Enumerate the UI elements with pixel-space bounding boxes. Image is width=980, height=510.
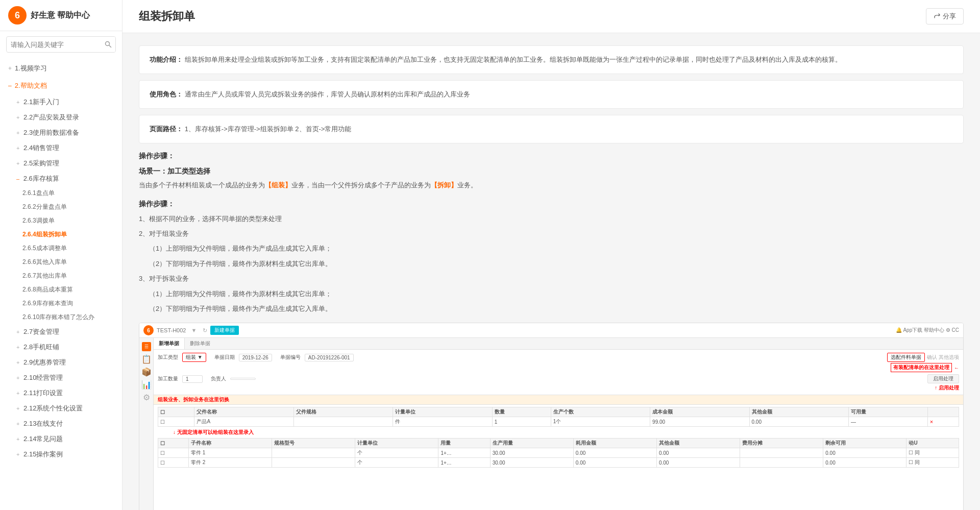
sidebar-item-212[interactable]: + 2.12系统个性化设置 bbox=[0, 401, 122, 416]
sidebar-item-267[interactable]: 2.6.7其他出库单 bbox=[0, 269, 122, 283]
app-lower-table: ☐ 子件名称 规格型号 计量单位 用量 生产用量 耗用金额 其他金额 费用分摊 bbox=[158, 438, 959, 508]
search-input[interactable] bbox=[7, 38, 101, 52]
plus-icon-211: + bbox=[16, 390, 19, 396]
sub-td-u-2: ☐ 同 bbox=[906, 458, 959, 468]
sidebar: 6 好生意 帮助中心 + 1.视频学习 – 2.帮助文档 + 2.1新手入门 +… bbox=[0, 0, 122, 510]
scenario1-desc: 当由多个子件材料组装成一个成品的业务为【组装】业务，当由一个父件拆分成多个子产品… bbox=[139, 179, 964, 191]
sidebar-item-video[interactable]: + 1.视频学习 bbox=[0, 60, 122, 77]
sub-td-empty-4 bbox=[158, 476, 959, 484]
sidebar-item-263[interactable]: 2.6.3调拨单 bbox=[0, 214, 122, 228]
keyword-disassembly: 【拆卸】 bbox=[431, 181, 457, 189]
step3-sub1: （1）上部明细为父件明细，最终作为原材料生成其它出库单； bbox=[149, 288, 964, 300]
app-topbar: 6 TEST-H002 ▼ ↻ 新建单据 🔔 App下载 帮助中心 ⚙ CC bbox=[139, 323, 963, 338]
sidebar-item-269[interactable]: 2.6.9库存账本查询 bbox=[0, 297, 122, 310]
table-header-row: ☐ 父件名称 父件规格 计量单位 数量 生产个数 成本金额 其他金额 可用量 bbox=[158, 407, 959, 417]
sub-td-prod-usage-1: 30.00 bbox=[490, 448, 573, 458]
sub-td-name-2: 零件 2 bbox=[188, 458, 272, 468]
sidebar-item-22[interactable]: + 2.2产品安装及登录 bbox=[0, 110, 122, 125]
app-sidenav: ☰ 📋 📦 📊 ⚙ bbox=[139, 338, 154, 510]
app-docnum-field[interactable]: AD-20191226-001 bbox=[305, 354, 354, 361]
step2-sub2: （2）下部明细为子件明细，最终作为原材料生成其它出库单。 bbox=[149, 258, 964, 270]
sidebar-item-264[interactable]: 2.6.4组装拆卸单 bbox=[0, 228, 122, 241]
sidebar-item-210[interactable]: + 2.10经营管理 bbox=[0, 370, 122, 385]
app-qty-field[interactable]: 1 bbox=[182, 375, 203, 383]
sub-td-check-2[interactable]: ☐ bbox=[158, 458, 189, 468]
app-more-btns: 确认 其他选项 bbox=[927, 354, 959, 361]
app-new-doc-btn[interactable]: 新建单据 bbox=[210, 326, 239, 335]
sidebar-item-211[interactable]: + 2.11打印设置 bbox=[0, 385, 122, 401]
sub-td-usage-2: 1+… bbox=[438, 458, 490, 468]
app-select-btn[interactable]: 选配件料单据 bbox=[887, 353, 925, 362]
app-upper-table: ☐ 父件名称 父件规格 计量单位 数量 生产个数 成本金额 其他金额 可用量 bbox=[158, 407, 959, 427]
plus-icon-29: + bbox=[16, 359, 19, 366]
search-box[interactable] bbox=[6, 36, 116, 53]
sidebar-item-268[interactable]: 2.6.8商品成本重算 bbox=[0, 283, 122, 297]
sub-table-row-1: ☐ 零件 1 个 1+… 30.00 0.00 0.00 bbox=[158, 448, 959, 458]
app-date-label: 单据日期 bbox=[214, 354, 235, 361]
sidebar-item-2610[interactable]: 2.6.10库存账本错了怎么办 bbox=[0, 310, 122, 324]
app-op-btn[interactable]: 启用处理 bbox=[927, 374, 959, 383]
sidebar-item-266[interactable]: 2.6.6其他入库单 bbox=[0, 255, 122, 269]
sub-td-check-1[interactable]: ☐ bbox=[158, 448, 189, 458]
app-date-field[interactable]: 2019-12-26 bbox=[239, 354, 272, 361]
step2-sub1: （1）上部明细为父件明细，最终作为产成品生成其它入库单； bbox=[149, 242, 964, 254]
sidebar-item-24[interactable]: + 2.4销售管理 bbox=[0, 140, 122, 156]
app-upper-table-head: ☐ 父件名称 父件规格 计量单位 数量 生产个数 成本金额 其他金额 可用量 bbox=[158, 407, 959, 417]
sidebar-item-214[interactable]: + 2.14常见问题 bbox=[0, 431, 122, 447]
app-tab-delete[interactable]: 删除单据 bbox=[185, 338, 215, 349]
sub-th-name: 子件名称 bbox=[188, 439, 272, 448]
ops-title: 操作步骤： bbox=[139, 152, 964, 161]
sidebar-item-28[interactable]: + 2.8手机旺铺 bbox=[0, 339, 122, 355]
plus-icon-video: + bbox=[8, 65, 12, 72]
td-op-1[interactable]: × bbox=[927, 417, 959, 427]
sidebar-item-261[interactable]: 2.6.1盘点单 bbox=[0, 186, 122, 200]
sub-td-spec-1 bbox=[272, 448, 355, 458]
step2-sub-list: （1）上部明细为父件明细，最终作为产成品生成其它入库单； （2）下部明细为子件明… bbox=[149, 242, 964, 270]
sidebar-item-27[interactable]: + 2.7资金管理 bbox=[0, 324, 122, 339]
sidebar-item-262[interactable]: 2.6.2分量盘点单 bbox=[0, 200, 122, 214]
app-annotation-area: 选配件料单据 确认 其他选项 bbox=[887, 353, 959, 362]
page-title: 组装拆卸单 bbox=[139, 9, 195, 24]
sidebar-item-23[interactable]: + 2.3使用前数据准备 bbox=[0, 125, 122, 140]
sub-td-other-1: 0.00 bbox=[656, 448, 740, 458]
sub-th-alloc: 费用分摊 bbox=[740, 439, 823, 448]
ops-steps-title: 操作步骤： bbox=[139, 200, 964, 209]
sub-td-unit-1: 个 bbox=[355, 448, 438, 458]
sidebar-item-25[interactable]: + 2.5采购管理 bbox=[0, 156, 122, 171]
annotation-arrow-1: ← bbox=[954, 365, 959, 371]
td-parent-spec-1 bbox=[293, 417, 393, 427]
sidebar-item-265[interactable]: 2.6.5成本调整单 bbox=[0, 241, 122, 255]
delete-row-icon[interactable]: × bbox=[930, 419, 933, 425]
svg-line-1 bbox=[109, 45, 111, 47]
sidebar-item-215[interactable]: + 2.15操作案例 bbox=[0, 447, 122, 462]
share-button[interactable]: 分享 bbox=[926, 8, 964, 25]
main-panel: 组装拆卸单 分享 功能介绍： 组装拆卸单用来处理企业组装或拆卸等加工业务，支持有… bbox=[122, 0, 980, 510]
app-tab-active[interactable]: 新增单据 bbox=[154, 338, 185, 349]
sidebar-item-213[interactable]: + 2.13在线支付 bbox=[0, 416, 122, 431]
td-check-1[interactable]: ☐ bbox=[158, 417, 194, 427]
sub-td-usage-1: 1+… bbox=[438, 448, 490, 458]
app-docnum-label: 单据编号 bbox=[280, 354, 301, 361]
td-parent-name-1: 产品A bbox=[194, 417, 293, 427]
app-nav-icon2: 📋 bbox=[141, 354, 152, 364]
app-type-field[interactable]: 组装 ▼ bbox=[182, 353, 206, 362]
plus-icon-25: + bbox=[16, 160, 19, 166]
annotation-label-1: 有装配清单的在这里处理 bbox=[891, 363, 952, 372]
sidebar-item-21[interactable]: + 2.1新手入门 bbox=[0, 94, 122, 110]
sidebar-item-29[interactable]: + 2.9优惠券管理 bbox=[0, 355, 122, 370]
plus-icon-21: + bbox=[16, 99, 19, 105]
sidebar-item-26[interactable]: – 2.6库存核算 bbox=[0, 171, 122, 186]
app-person-field[interactable] bbox=[230, 378, 256, 380]
search-button[interactable] bbox=[101, 37, 115, 52]
minus-icon-26: – bbox=[16, 176, 19, 182]
app-nav-icon3: 📦 bbox=[141, 367, 152, 377]
annotation-3-row: ↑ 启用处理 bbox=[158, 384, 959, 392]
app-dropdown-icon: ▼ bbox=[191, 327, 197, 333]
sidebar-item-docs[interactable]: – 2.帮助文档 bbox=[0, 77, 122, 94]
app-upper-table-body: ☐ 产品A 件 1 1个 99.00 0.00 — bbox=[158, 417, 959, 427]
sub-td-empty-7 bbox=[158, 500, 959, 508]
nav-section: + 1.视频学习 – 2.帮助文档 + 2.1新手入门 + 2.2产品安装及登录… bbox=[0, 58, 122, 464]
app-user-area: 🔔 App下载 帮助中心 ⚙ CC bbox=[896, 327, 959, 334]
main-content: 功能介绍： 组装拆卸单用来处理企业组装或拆卸等加工业务，支持有固定装配清单的产品… bbox=[122, 33, 980, 510]
annotation-label-4: ↓ 无固定清单可以给组装在这里录入 bbox=[173, 429, 254, 436]
